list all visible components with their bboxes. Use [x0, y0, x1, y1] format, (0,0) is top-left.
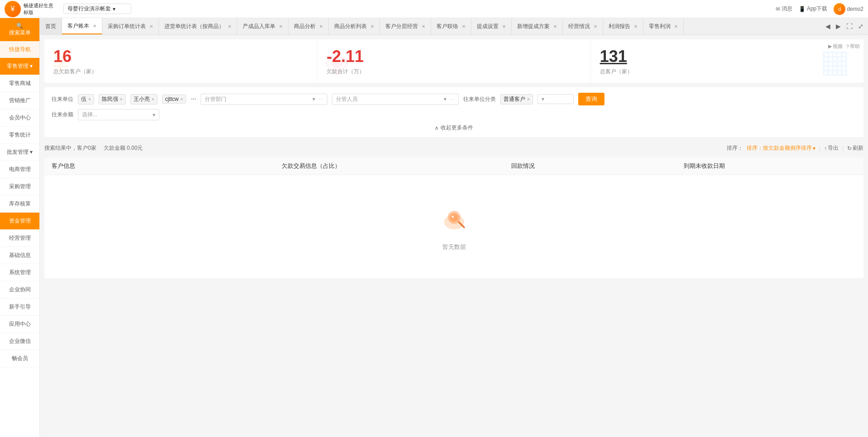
sidebar-item-marketing[interactable]: 营销推广 — [0, 92, 39, 109]
tag-close-icon[interactable]: × — [152, 97, 154, 102]
tab-customer-ledger[interactable]: 客户账本 ✕ — [62, 18, 102, 34]
tab-close-icon[interactable]: ✕ — [674, 24, 678, 29]
store-selector[interactable]: 母婴行业演示帐套 ▾ — [63, 4, 131, 14]
tab-operation[interactable]: 经营情况 ✕ — [563, 18, 603, 34]
empty-text: 暂无数据 — [442, 243, 466, 251]
sidebar-item-enterprise-wechat[interactable]: 企业微信 — [0, 333, 39, 350]
tab-product-analysis[interactable]: 商品分析 ✕ — [288, 18, 329, 34]
tab-close-icon[interactable]: ✕ — [319, 24, 323, 29]
tab-retail-profit[interactable]: 零售利润 ✕ — [643, 18, 684, 34]
tab-close-icon[interactable]: ✕ — [422, 24, 425, 29]
tag-close-icon[interactable]: × — [88, 97, 91, 102]
top-bar-right: ✉ 消息 📱 App下载 d demo2 — [776, 3, 863, 15]
tab-close-icon[interactable]: ✕ — [149, 24, 153, 29]
sidebar-item-purchase[interactable]: 采购管理 — [0, 178, 39, 195]
sidebar-item-wholesale[interactable]: 批发管理 ▾ — [0, 144, 39, 161]
query-button[interactable]: 查询 — [578, 93, 604, 105]
tab-close-icon[interactable]: ✕ — [502, 24, 506, 29]
tag-close-icon[interactable]: × — [527, 97, 530, 102]
message-btn[interactable]: ✉ 消息 — [776, 5, 792, 13]
result-count: 搜索结果中，客户0家 — [44, 144, 96, 152]
tab-close-icon[interactable]: ✕ — [462, 24, 465, 29]
data-table: 客户信息 欠款交易信息（占比） 回款情况 到期未收款日期 — [44, 157, 863, 278]
dept-select[interactable]: 分管部门 ▾ ··· — [201, 94, 327, 105]
sort-label: 排序： — [727, 144, 743, 152]
app-download-btn[interactable]: 📱 App下载 — [799, 5, 827, 13]
tab-add-commission[interactable]: 新增提成方案 ✕ — [512, 18, 563, 34]
help-icon: ? — [846, 44, 849, 49]
sidebar-item-inventory[interactable]: 库存核算 — [0, 195, 39, 213]
video-btn[interactable]: ▶ 视频 — [828, 43, 843, 50]
help-btn[interactable]: ? 帮助 — [846, 43, 860, 50]
select-arrow-icon: ▾ — [153, 112, 155, 118]
tab-fullscreen-btn[interactable]: ⤢ — [856, 22, 865, 31]
tab-close-icon[interactable]: ✕ — [228, 24, 231, 29]
tab-home[interactable]: 首页 — [40, 18, 62, 34]
stats-row: ¥ 16 总欠款客户（家） ◈ -2.11 欠款合计（万） ▦ ▶ — [44, 39, 863, 83]
sidebar-nav: 零售管理 ▾ 零售商城 营销推广 会员中心 零售统计 批发管理 ▾ — [0, 58, 39, 367]
tab-goods-in[interactable]: 进货单统计表（按商品） ✕ — [159, 18, 237, 34]
page-content: ¥ 16 总欠款客户（家） ◈ -2.11 欠款合计（万） ▦ ▶ — [40, 35, 868, 437]
sort-btn[interactable]: 排序：按欠款金额倒序排序 ▾ — [747, 144, 815, 152]
tag-close-icon[interactable]: × — [120, 97, 123, 102]
user-area[interactable]: d demo2 — [834, 3, 863, 15]
col-due-date: 到期未收款日期 — [684, 162, 856, 170]
sidebar-item-chang-member[interactable]: 畅会员 — [0, 350, 39, 367]
sidebar-item-member-center[interactable]: 会员中心 — [0, 109, 39, 127]
divider: | — [842, 145, 844, 152]
amount-select[interactable]: 选择... ▾ — [78, 109, 159, 120]
message-icon: ✉ — [776, 6, 780, 12]
sidebar-search[interactable]: 🔍 搜索菜单 — [0, 18, 39, 41]
collapse-btn[interactable]: ∧ 收起更多条件 — [435, 124, 473, 132]
tab-customer-contact[interactable]: 客户联络 ✕ — [431, 18, 471, 34]
tab-product-analysis-list[interactable]: 商品分析列表 ✕ — [329, 18, 380, 34]
tab-close-icon[interactable]: ✕ — [594, 24, 597, 29]
tab-close-icon[interactable]: ✕ — [279, 24, 283, 29]
tab-prev-btn[interactable]: ◀ — [824, 22, 832, 31]
sidebar-item-basic-info[interactable]: 基础信息 — [0, 247, 39, 264]
tab-customer-layer[interactable]: 客户分层经营 ✕ — [380, 18, 431, 34]
refresh-btn[interactable]: ↻ 刷新 — [847, 144, 863, 152]
sidebar-item-retail-mall[interactable]: 零售商城 — [0, 75, 39, 92]
quick-nav[interactable]: 快捷导航 — [0, 41, 39, 58]
sidebar-item-retail-stats[interactable]: 零售统计 — [0, 127, 39, 144]
logo-area: ¥ 畅捷通好生意 标版 — [5, 1, 59, 17]
sidebar-item-finance[interactable]: 资金管理 — [0, 213, 39, 230]
tab-purchase-order[interactable]: 采购订单统计表 ✕ — [102, 18, 159, 34]
table-header: 客户信息 欠款交易信息（占比） 回款情况 到期未收款日期 — [44, 157, 863, 175]
tab-close-icon[interactable]: ✕ — [634, 24, 638, 29]
empty-illustration — [432, 202, 477, 238]
filter-row-2: 往来余额 选择... ▾ — [52, 109, 856, 120]
sidebar-item-app-center[interactable]: 应用中心 — [0, 316, 39, 333]
content-area: 首页 客户账本 ✕ 采购订单统计表 ✕ 进货单统计表（按商品） ✕ 产成品入库单… — [40, 18, 868, 437]
video-icon: ▶ — [828, 43, 832, 49]
tab-next-btn[interactable]: ▶ — [834, 22, 843, 31]
sidebar-item-retail-management[interactable]: 零售管理 ▾ — [0, 58, 39, 75]
svg-point-2 — [450, 213, 458, 222]
unit-type-select[interactable]: ▾ — [537, 94, 574, 104]
tab-commission-setting[interactable]: 提成设置 ✕ — [471, 18, 512, 34]
sidebar-item-enterprise-collab[interactable]: 企业协同 — [0, 281, 39, 299]
tab-close-icon[interactable]: ✕ — [93, 24, 96, 28]
filter-tag-person2: 王小亮 × — [130, 94, 158, 104]
tab-expand-btn[interactable]: ⛶ — [844, 22, 854, 31]
export-btn[interactable]: ↑ 导出 — [824, 144, 839, 152]
filter-row-1: 往来单位 伍 × 陈民强 × 王小亮 × — [52, 93, 856, 105]
filter-more-btn[interactable]: ··· — [191, 95, 196, 103]
col-debt-info: 欠款交易信息（占比） — [282, 162, 512, 170]
sidebar-item-system[interactable]: 系统管理 — [0, 264, 39, 281]
chevron-icon: ▾ — [30, 63, 33, 69]
export-icon: ↑ — [824, 145, 827, 152]
tab-close-icon[interactable]: ✕ — [370, 24, 374, 29]
tab-profit-report[interactable]: 利润报告 ✕ — [603, 18, 643, 34]
sidebar-item-operation[interactable]: 经营管理 — [0, 230, 39, 247]
person-select[interactable]: 分管人员 ▾ ··· — [332, 94, 459, 105]
sidebar-item-ecommerce[interactable]: 电商管理 — [0, 161, 39, 178]
tab-product-in[interactable]: 产成品入库单 ✕ — [237, 18, 288, 34]
top-bar: ¥ 畅捷通好生意 标版 母婴行业演示帐套 ▾ ✉ 消息 📱 App下载 d de… — [0, 0, 868, 18]
tab-close-icon[interactable]: ✕ — [553, 24, 557, 29]
sidebar: 🔍 搜索菜单 快捷导航 零售管理 ▾ 零售商城 营销推广 会员中心 — [0, 18, 40, 437]
sidebar-item-beginner[interactable]: 新手引导 — [0, 299, 39, 316]
tag-close-icon[interactable]: × — [181, 97, 183, 102]
select-arrow-icon: ▾ — [312, 96, 315, 102]
